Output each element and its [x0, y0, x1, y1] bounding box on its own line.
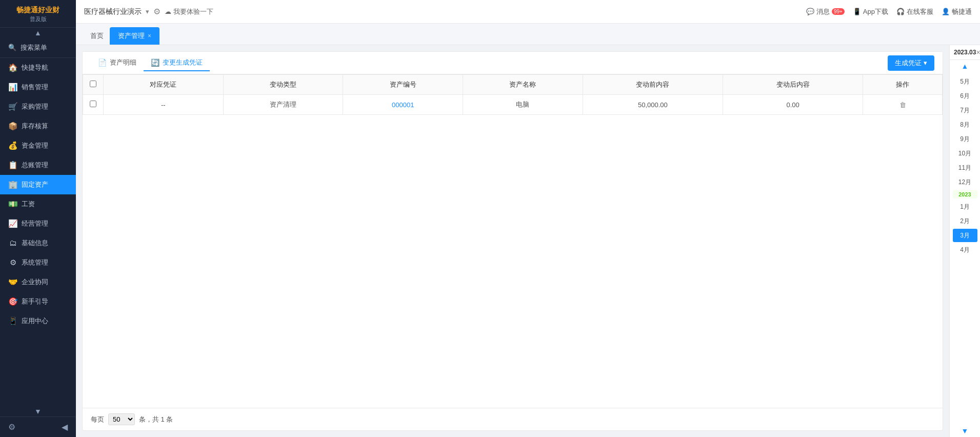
online-service-label: 在线客服 — [907, 7, 933, 16]
sidebar-item-quick-nav[interactable]: 🏠 快捷导航 — [0, 58, 76, 77]
sidebar-item-guide[interactable]: 🎯 新手引导 — [0, 292, 76, 311]
cal-month-5[interactable]: 5月 — [953, 75, 977, 88]
sidebar-search-item[interactable]: 🔍 搜索菜单 — [0, 38, 76, 58]
sidebar-item-salary[interactable]: 💵 工资 — [0, 194, 76, 214]
calendar-scroll-up[interactable]: ▲ — [950, 60, 980, 72]
sales-icon: 📊 — [8, 83, 17, 92]
cal-month-2023-3[interactable]: 3月 — [953, 229, 977, 242]
cal-month-7[interactable]: 7月 — [953, 104, 977, 117]
sidebar-bottom: ⚙ ◀ — [0, 416, 76, 437]
col-operation: 操作 — [863, 75, 943, 95]
company-dropdown-icon[interactable]: ▾ — [146, 8, 149, 15]
col-before-change: 变动前内容 — [583, 75, 723, 95]
delete-icon[interactable]: 🗑 — [899, 101, 906, 109]
settings-icon[interactable]: ⚙ — [8, 422, 15, 432]
sidebar-item-funds[interactable]: 💰 资金管理 — [0, 136, 76, 155]
pagination: 每页 10 20 50 100 条，共 1 条 — [83, 408, 943, 430]
cal-month-8[interactable]: 8月 — [953, 118, 977, 131]
salary-icon: 💵 — [8, 200, 17, 209]
messages-button[interactable]: 💬 消息 99+ — [806, 7, 845, 16]
sidebar-item-operations[interactable]: 📈 经营管理 — [0, 214, 76, 233]
app-download-label: App下载 — [863, 7, 888, 16]
col-voucher: 对应凭证 — [104, 75, 224, 95]
sidebar-item-inventory[interactable]: 📦 库存核算 — [0, 116, 76, 136]
cal-month-9[interactable]: 9月 — [953, 132, 977, 146]
calendar-panel: 2023.03 × ⤢ ▲ 5月 6月 7月 8月 9月 10月 11月 12月 — [949, 45, 980, 437]
col-after-change: 变动后内容 — [723, 75, 863, 95]
tab-close-icon[interactable]: × — [148, 32, 151, 39]
sidebar-item-label: 库存核算 — [22, 122, 48, 131]
row-checkbox[interactable] — [90, 101, 96, 107]
scroll-up-icon[interactable]: ▲ — [34, 29, 42, 37]
main-area: 医疗器械行业演示 ▾ ⚙ ☁ 我要体验一下 💬 消息 99+ 📱 App下载 🎧… — [76, 0, 980, 437]
page-content: 📄 资产明细 🔄 变更生成凭证 生成凭证 ▾ — [76, 45, 980, 437]
calendar-scroll-down[interactable]: ▼ — [950, 425, 980, 437]
table-header-row: 对应凭证 变动类型 资产编号 资产名称 变动前内容 变动后内容 操作 — [83, 75, 943, 95]
sidebar-item-label: 新手引导 — [22, 297, 48, 306]
search-icon: 🔍 — [8, 44, 16, 51]
up-arrow-icon[interactable]: ▲ — [962, 62, 969, 70]
online-service-button[interactable]: 🎧 在线客服 — [896, 7, 933, 16]
cal-month-12[interactable]: 12月 — [953, 175, 977, 189]
user-icon: 👤 — [942, 8, 950, 15]
per-page-label: 每页 — [91, 415, 104, 424]
cal-month-2023-2[interactable]: 2月 — [953, 214, 977, 228]
sidebar-item-enterprise[interactable]: 🤝 企业协同 — [0, 272, 76, 292]
per-page-select[interactable]: 10 20 50 100 — [108, 413, 135, 425]
cal-month-10[interactable]: 10月 — [953, 147, 977, 160]
sidebar-item-label: 企业协同 — [22, 277, 48, 287]
row-after-change: 0.00 — [723, 95, 863, 115]
inventory-icon: 📦 — [8, 122, 17, 131]
sidebar-item-fixed-assets[interactable]: 🏢 固定资产 — [0, 175, 76, 194]
tab-home[interactable]: 首页 — [84, 27, 110, 45]
cal-month-6[interactable]: 6月 — [953, 89, 977, 103]
cal-month-2023-4[interactable]: 4月 — [953, 243, 977, 256]
sidebar-item-label: 固定资产 — [22, 180, 48, 189]
home-tab-label: 首页 — [90, 32, 104, 39]
down-arrow-icon[interactable]: ▼ — [962, 427, 969, 435]
topbar-left: 医疗器械行业演示 ▾ ⚙ ☁ 我要体验一下 — [84, 7, 213, 16]
sidebar-item-label: 系统管理 — [22, 258, 48, 267]
sub-tab-voucher[interactable]: 🔄 变更生成凭证 — [144, 55, 210, 71]
sidebar-scroll-down[interactable]: ▼ — [0, 406, 76, 416]
generate-voucher-button[interactable]: 生成凭证 ▾ — [888, 55, 934, 71]
app-version: 普及版 — [30, 15, 47, 23]
col-asset-name: 资产名称 — [463, 75, 583, 95]
row-change-type: 资产清理 — [223, 95, 343, 115]
user-button[interactable]: 👤 畅捷通 — [942, 7, 972, 16]
tab-asset-management[interactable]: 资产管理 × — [110, 27, 159, 45]
ledger-icon: 📋 — [8, 161, 17, 170]
row-asset-code: 000001 — [343, 95, 463, 115]
sidebar-item-basic-info[interactable]: 🗂 基础信息 — [0, 233, 76, 253]
message-badge: 99+ — [832, 8, 845, 15]
service-icon: 🎧 — [896, 8, 905, 15]
app-download-button[interactable]: 📱 App下载 — [853, 7, 888, 16]
scroll-down-icon[interactable]: ▼ — [34, 407, 42, 415]
feedback-icon: ☁ — [165, 8, 171, 15]
sidebar-item-system[interactable]: ⚙ 系统管理 — [0, 253, 76, 272]
sidebar-item-sales[interactable]: 📊 销售管理 — [0, 77, 76, 97]
cal-month-11[interactable]: 11月 — [953, 161, 977, 174]
select-all-checkbox[interactable] — [90, 81, 96, 87]
sidebar-item-label: 快捷导航 — [22, 63, 48, 72]
sidebar-scroll-up[interactable]: ▲ — [0, 28, 76, 38]
sub-tab-asset-detail[interactable]: 📄 资产明细 — [91, 55, 144, 71]
sidebar-item-app-center[interactable]: 📱 应用中心 — [0, 311, 76, 331]
sidebar-item-label: 基础信息 — [22, 239, 48, 248]
user-label: 畅捷通 — [952, 7, 972, 16]
topbar-settings-icon[interactable]: ⚙ — [153, 7, 161, 16]
calendar-close-icon[interactable]: × — [976, 48, 980, 56]
feedback-button[interactable]: ☁ 我要体验一下 — [165, 7, 213, 16]
sidebar-nav: 🏠 快捷导航 📊 销售管理 🛒 采购管理 📦 库存核算 💰 资金管理 📋 总账管… — [0, 58, 76, 406]
row-operation[interactable]: 🗑 — [863, 95, 943, 115]
quick-nav-icon: 🏠 — [8, 63, 17, 72]
collapse-icon[interactable]: ◀ — [62, 422, 68, 432]
asset-table: 对应凭证 变动类型 资产编号 资产名称 变动前内容 变动后内容 操作 — [83, 74, 943, 115]
sidebar-item-label: 工资 — [22, 200, 35, 209]
table-row: -- 资产清理 000001 电脑 50,000.00 0.00 🗑 — [83, 95, 943, 115]
cal-month-2023-1[interactable]: 1月 — [953, 200, 977, 213]
app-name: 畅捷通好业财 — [16, 5, 59, 15]
sidebar-item-purchase[interactable]: 🛒 采购管理 — [0, 97, 76, 116]
sidebar: 畅捷通好业财 普及版 ▲ 🔍 搜索菜单 🏠 快捷导航 📊 销售管理 🛒 采购管理… — [0, 0, 76, 437]
sidebar-item-ledger[interactable]: 📋 总账管理 — [0, 155, 76, 175]
